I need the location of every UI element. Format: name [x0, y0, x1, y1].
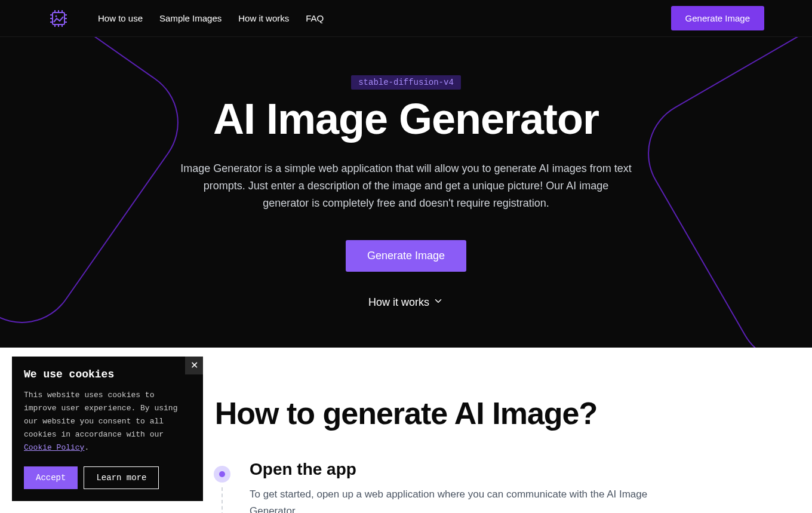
nav: How to use Sample Images How it works FA… — [98, 13, 324, 23]
close-button[interactable]: ✕ — [185, 357, 203, 374]
nav-faq[interactable]: FAQ — [306, 13, 324, 23]
close-icon: ✕ — [190, 360, 198, 371]
chevron-down-icon — [433, 296, 444, 309]
step-indicator — [214, 460, 230, 513]
cookie-banner: ✕ We use cookies This website uses cooki… — [12, 357, 203, 501]
nav-how-to-use[interactable]: How to use — [98, 13, 143, 23]
cookie-title: We use cookies — [24, 368, 191, 380]
cookie-text: This website uses cookies to improve use… — [24, 389, 191, 454]
accept-button[interactable]: Accept — [24, 466, 78, 489]
step-title: Open the app — [250, 460, 651, 479]
logo-icon — [48, 8, 69, 29]
generate-image-header-button[interactable]: Generate Image — [671, 6, 764, 30]
generate-image-hero-button[interactable]: Generate Image — [346, 240, 466, 272]
cookie-text-after: . — [84, 443, 89, 452]
nav-how-it-works[interactable]: How it works — [238, 13, 289, 23]
how-it-works-link[interactable]: How it works — [368, 296, 444, 309]
header: How to use Sample Images How it works FA… — [0, 0, 812, 37]
step-content: Open the app To get started, open up a w… — [250, 460, 651, 513]
learn-more-button[interactable]: Learn more — [84, 466, 159, 489]
step-dot-icon — [214, 466, 230, 483]
cookie-actions: Accept Learn more — [24, 466, 191, 489]
cookie-policy-link[interactable]: Cookie Policy — [24, 443, 84, 452]
how-it-works-label: How it works — [368, 296, 429, 309]
hero-description: Image Generator is a simple web applicat… — [179, 160, 633, 211]
hero-title: AI Image Generator — [48, 94, 764, 143]
cookie-text-before: This website uses cookies to improve use… — [24, 391, 177, 439]
model-badge: stable-diffusion-v4 — [351, 75, 461, 90]
hero: stable-diffusion-v4 AI Image Generator I… — [0, 37, 812, 348]
svg-point-1 — [56, 15, 57, 17]
nav-sample-images[interactable]: Sample Images — [159, 13, 222, 23]
step-description: To get started, open up a web applicatio… — [250, 486, 651, 513]
svg-rect-0 — [53, 13, 64, 24]
step-connector — [222, 487, 223, 513]
step-1: 1 Open the app To get started, open up a… — [161, 460, 651, 513]
